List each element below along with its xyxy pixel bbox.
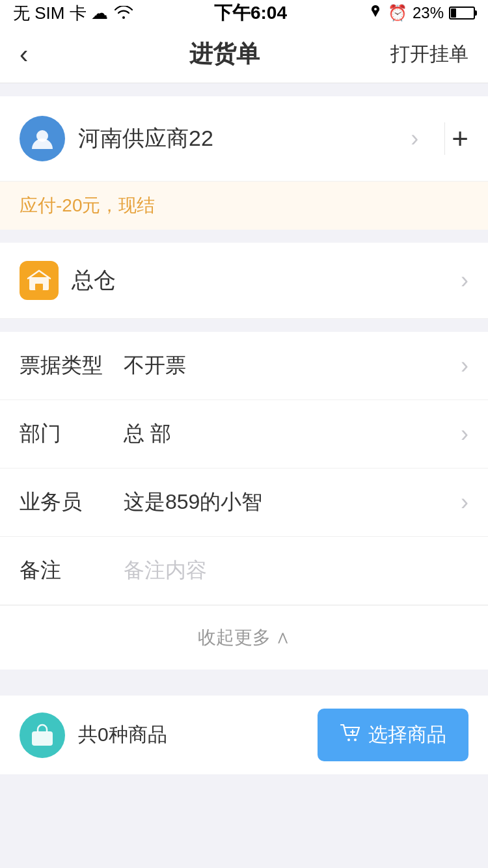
warehouse-card: 总仓 ›: [0, 243, 488, 319]
department-label: 部门: [20, 420, 117, 448]
supplier-row[interactable]: 河南供应商22 › +: [0, 96, 488, 182]
section-gap-1: [0, 83, 488, 96]
warehouse-chevron-icon: ›: [461, 267, 468, 294]
form-card: 票据类型 不开票 › 部门 总 部 › 业务员 这是859的小智 › 备注 备注…: [0, 332, 488, 670]
remark-label: 备注: [20, 556, 117, 585]
add-supplier-button[interactable]: +: [452, 122, 468, 155]
battery-icon: [449, 7, 475, 20]
cart-icon: [340, 724, 362, 746]
notice-bar: 应付-20元，现结: [0, 182, 488, 230]
battery-percent: 23%: [413, 4, 444, 22]
department-row[interactable]: 部门 总 部 ›: [0, 400, 488, 468]
warehouse-row[interactable]: 总仓 ›: [0, 243, 488, 319]
section-gap-3: [0, 319, 488, 332]
svg-point-5: [354, 739, 357, 741]
nav-bar: ‹ 进货单 打开挂单: [0, 26, 488, 83]
salesperson-label: 业务员: [20, 488, 117, 517]
section-gap-2: [0, 230, 488, 243]
department-value: 总 部: [117, 420, 461, 448]
remark-row[interactable]: 备注 备注内容: [0, 537, 488, 605]
supplier-divider: [444, 122, 445, 155]
sim-signal: 无 SIM 卡 ☁: [13, 2, 108, 25]
svg-rect-3: [32, 731, 53, 746]
supplier-name: 河南供应商22: [78, 124, 411, 154]
status-time: 下午6:04: [214, 1, 287, 25]
department-chevron-icon: ›: [461, 420, 468, 448]
select-product-label: 选择商品: [368, 722, 446, 748]
status-right: ⏰ 23%: [368, 4, 475, 22]
ticket-type-label: 票据类型: [20, 351, 117, 380]
warehouse-label: 总仓: [72, 265, 461, 295]
status-bar: 无 SIM 卡 ☁ 下午6:04 ⏰ 23%: [0, 0, 488, 26]
bottom-background: [0, 774, 488, 868]
product-bar: 共0种商品 选择商品: [0, 696, 488, 774]
product-count: 共0种商品: [78, 722, 318, 748]
remark-input[interactable]: 备注内容: [117, 556, 468, 585]
page-title: 进货单: [189, 38, 260, 70]
supplier-avatar: [20, 116, 65, 161]
ticket-type-row[interactable]: 票据类型 不开票 ›: [0, 332, 488, 400]
salesperson-row[interactable]: 业务员 这是859的小智 ›: [0, 468, 488, 537]
product-bag-icon: [20, 712, 65, 758]
collapse-button[interactable]: 收起更多 ∧: [0, 605, 488, 670]
warehouse-icon: [20, 261, 59, 300]
salesperson-value: 这是859的小智: [117, 488, 461, 517]
section-gap-4: [0, 670, 488, 683]
ticket-type-value: 不开票: [117, 351, 461, 380]
salesperson-chevron-icon: ›: [461, 489, 468, 516]
supplier-chevron-icon: ›: [411, 125, 418, 152]
svg-point-4: [347, 739, 350, 741]
location-icon: [368, 4, 383, 22]
open-pending-button[interactable]: 打开挂单: [390, 41, 468, 68]
ticket-type-chevron-icon: ›: [461, 352, 468, 379]
wifi-icon: [115, 3, 133, 23]
back-button[interactable]: ‹: [20, 40, 59, 69]
select-product-button[interactable]: 选择商品: [318, 709, 468, 761]
alarm-icon: ⏰: [388, 4, 407, 22]
supplier-card: 河南供应商22 › + 应付-20元，现结: [0, 96, 488, 230]
svg-rect-2: [35, 284, 43, 290]
status-left: 无 SIM 卡 ☁: [13, 2, 133, 25]
